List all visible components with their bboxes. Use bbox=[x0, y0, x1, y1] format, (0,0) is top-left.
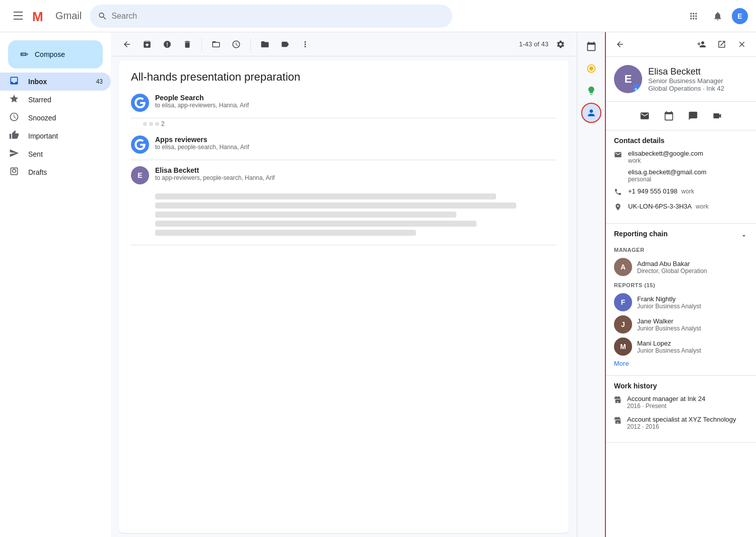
email-personal-info: elisa.g.beckett@gmail.com personal bbox=[628, 168, 707, 183]
sidebar-item-sent[interactable]: Sent bbox=[0, 145, 111, 163]
email-personal-row: elisa.g.beckett@gmail.com personal bbox=[614, 168, 748, 183]
mini-tasks-icon[interactable] bbox=[581, 58, 601, 79]
email-personal-type: personal bbox=[628, 176, 707, 183]
report-row-2[interactable]: M Mani Lopez Junior Business Analyst bbox=[614, 335, 748, 358]
action-chat-button[interactable] bbox=[683, 106, 703, 126]
report-row-1[interactable]: J Jane Walker Junior Business Analyst bbox=[614, 313, 748, 335]
address-type: work bbox=[696, 203, 708, 210]
more-reports-link[interactable]: More bbox=[614, 358, 629, 369]
svg-text:g: g bbox=[635, 87, 637, 91]
inbox-icon bbox=[8, 76, 20, 88]
hamburger-menu[interactable] bbox=[8, 6, 28, 26]
panel-add-person-button[interactable] bbox=[694, 36, 710, 52]
report-avatar-1: J bbox=[614, 315, 632, 333]
sidebar-item-drafts[interactable]: Drafts bbox=[0, 163, 111, 181]
reports-label: REPORTS (15) bbox=[614, 282, 748, 288]
email-toolbar: 1-43 of 43 bbox=[111, 32, 577, 56]
report-spam-button[interactable] bbox=[159, 36, 175, 52]
work-history-item-0: Account manager at Ink 24 2016 · Present bbox=[614, 395, 748, 410]
sent-icon bbox=[8, 148, 20, 161]
sidebar-item-starred[interactable]: Starred bbox=[0, 91, 111, 109]
drafts-label: Drafts bbox=[28, 168, 47, 176]
profile-company: Global Operations · Ink 42 bbox=[648, 85, 724, 92]
action-calendar-button[interactable] bbox=[659, 106, 679, 126]
notifications-icon[interactable] bbox=[708, 6, 728, 26]
action-video-button[interactable] bbox=[707, 106, 727, 126]
chevron-down-icon[interactable] bbox=[740, 232, 748, 241]
compose-button[interactable]: ✏ Compose bbox=[8, 40, 103, 69]
thread-item[interactable]: People Search to elisa, app-reviewers, H… bbox=[131, 88, 557, 118]
work-history-item-1: Account specialist at XYZ Technology 201… bbox=[614, 416, 748, 430]
dot1 bbox=[143, 122, 147, 126]
email-personal-value: elisa.g.beckett@gmail.com bbox=[628, 168, 707, 176]
compose-icon: ✏ bbox=[20, 48, 29, 60]
search-bar[interactable] bbox=[90, 5, 452, 28]
thread-to: to elisa, people-search, Hanna, Arif bbox=[155, 144, 557, 151]
mini-sidebar bbox=[577, 32, 605, 537]
apps-icon[interactable] bbox=[683, 6, 704, 26]
briefcase-icon-1 bbox=[614, 417, 622, 427]
report-info-1: Jane Walker Junior Business Analyst bbox=[637, 317, 701, 332]
email-content: All-hands presentation preparation Peopl… bbox=[119, 60, 569, 533]
snoozed-label: Snoozed bbox=[28, 114, 56, 122]
more-options-button[interactable] bbox=[297, 36, 313, 52]
sent-label: Sent bbox=[28, 150, 43, 158]
report-row-0[interactable]: F Frank Nightly Junior Business Analyst bbox=[614, 291, 748, 313]
briefcase-icon-0 bbox=[614, 396, 622, 406]
sidebar: ✏ Compose Inbox 43 Starred Snoo bbox=[0, 32, 111, 537]
thread-sender: Apps reviewers bbox=[155, 136, 557, 144]
label-button[interactable] bbox=[277, 36, 293, 52]
mini-calendar-icon[interactable] bbox=[581, 36, 601, 56]
email-work-value: elisabeckett@google.com bbox=[628, 150, 703, 157]
manager-info: Admad Abu Bakar Director, Global Operati… bbox=[637, 260, 707, 275]
thread-item[interactable]: E Elisa Beckett to app-reviewers, people… bbox=[131, 160, 557, 245]
panel-actions bbox=[606, 102, 756, 130]
avatar-letter: E bbox=[625, 73, 632, 86]
sidebar-item-snoozed[interactable]: Snoozed bbox=[0, 109, 111, 127]
svg-rect-2 bbox=[14, 19, 23, 20]
user-avatar[interactable]: E bbox=[732, 8, 748, 24]
starred-icon bbox=[8, 94, 20, 106]
snoozed-icon bbox=[8, 112, 20, 124]
folder-button[interactable] bbox=[257, 36, 273, 52]
address-value: UK-LON-6PS-3-3H3A bbox=[628, 203, 692, 210]
mini-contacts-icon[interactable] bbox=[581, 103, 601, 123]
sidebar-item-inbox[interactable]: Inbox 43 bbox=[0, 73, 111, 91]
panel-header bbox=[606, 32, 756, 57]
mini-keep-icon[interactable] bbox=[581, 81, 601, 101]
email-icon bbox=[614, 151, 622, 161]
thread-item[interactable]: Apps reviewers to elisa, people-search, … bbox=[131, 129, 557, 160]
phone-info: +1 949 555 0198 work bbox=[628, 187, 694, 195]
panel-close-button[interactable] bbox=[734, 36, 750, 52]
starred-label: Starred bbox=[28, 96, 51, 104]
thread-to: to elisa, app-reviewers, Hanna, Arif bbox=[155, 102, 557, 109]
back-button[interactable] bbox=[119, 36, 135, 52]
thread-info: Elisa Beckett to app-reviewers, people-s… bbox=[155, 166, 557, 181]
compose-label: Compose bbox=[35, 50, 65, 58]
panel-open-button[interactable] bbox=[714, 36, 730, 52]
sidebar-item-important[interactable]: Important bbox=[0, 127, 111, 145]
search-input[interactable] bbox=[111, 12, 444, 21]
action-email-button[interactable] bbox=[635, 106, 655, 126]
profile-avatar: E g bbox=[614, 65, 642, 93]
svg-text:M: M bbox=[32, 9, 43, 23]
thread-avatar: E bbox=[131, 166, 149, 184]
move-to-button[interactable] bbox=[208, 36, 224, 52]
settings-button[interactable] bbox=[553, 36, 569, 52]
panel-back-button[interactable] bbox=[612, 36, 628, 52]
manager-row[interactable]: A Admad Abu Bakar Director, Global Opera… bbox=[614, 256, 748, 278]
work-history-section: Work history Account manager at Ink 24 2… bbox=[606, 376, 756, 443]
snooze-button[interactable] bbox=[228, 36, 244, 52]
report-title-2: Junior Business Analyst bbox=[637, 347, 701, 354]
report-info-2: Mani Lopez Junior Business Analyst bbox=[637, 340, 701, 354]
reporting-chain-section: Reporting chain MANAGER A Admad Abu Baka… bbox=[606, 224, 756, 376]
thread-to: to app-reviewers, people-search, Hanna, … bbox=[155, 174, 557, 181]
gmail-logo: M Gmail bbox=[32, 9, 82, 23]
thread-body-preview bbox=[131, 190, 557, 239]
delete-button[interactable] bbox=[179, 36, 195, 52]
address-info: UK-LON-6PS-3-3H3A work bbox=[628, 202, 709, 210]
work-title-1: Account specialist at XYZ Technology bbox=[627, 416, 736, 423]
profile-title: Senior Business Manager bbox=[648, 77, 724, 85]
collapse-indicator[interactable]: 2 bbox=[131, 118, 557, 129]
archive-button[interactable] bbox=[139, 36, 155, 52]
